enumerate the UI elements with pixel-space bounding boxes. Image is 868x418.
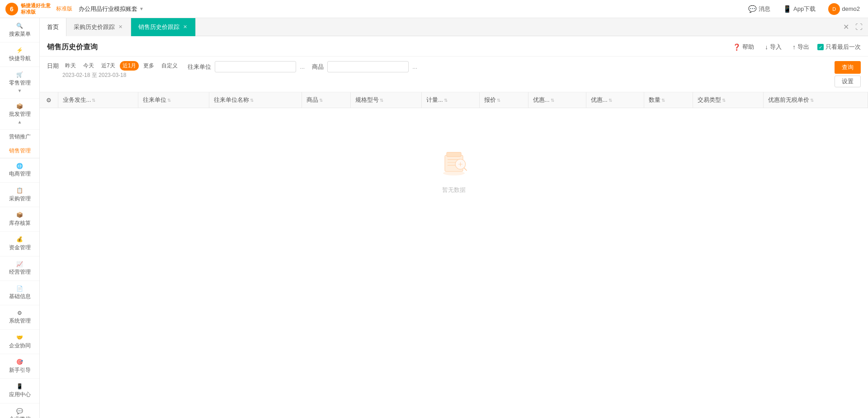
tab-sales-history[interactable]: 销售历史价跟踪 ✕ — [131, 18, 196, 36]
sidebar-item-guide[interactable]: 🎯 新手引导 — [0, 354, 39, 379]
sort-icon: ⇅ — [444, 98, 448, 103]
sales-history-tab-close-icon[interactable]: ✕ — [182, 24, 188, 30]
sort-icon: ⇅ — [609, 98, 612, 103]
col-quantity[interactable]: 数量⇅ — [644, 92, 693, 108]
import-button[interactable]: ↓ 导入 — [762, 42, 784, 52]
col-settings[interactable]: ⚙ — [40, 92, 58, 108]
sidebar-item-cooperation[interactable]: 🤝 企业协同 — [0, 330, 39, 354]
sidebar-item-ecommerce[interactable]: 🌐 电商管理 — [0, 158, 39, 183]
tab-home[interactable]: 首页 — [40, 18, 66, 36]
main-layout: 🔍 搜索菜单 ⚡ 快捷导航 🛒 零售管理 ▼ 📦 批发管理 ▲ 营销推广 销售 — [0, 18, 868, 418]
purchase-history-tab-close-icon[interactable]: ✕ — [118, 24, 123, 30]
sort-icon: ⇅ — [167, 98, 171, 103]
date-opt-7days[interactable]: 近7天 — [99, 61, 118, 71]
message-button[interactable]: 💬 消息 — [745, 3, 773, 15]
sidebar-item-marketing[interactable]: 营销推广 — [0, 130, 39, 144]
avatar: D — [828, 3, 840, 15]
col-biz-date[interactable]: 业务发生...⇅ — [58, 92, 138, 108]
close-all-tabs-button[interactable]: ✕ — [841, 21, 851, 33]
header-right: 💬 消息 📱 App下载 D demo2 — [745, 1, 863, 17]
logo-icon: 6 — [5, 3, 18, 15]
user-menu-button[interactable]: D demo2 — [826, 1, 863, 17]
col-pretax-price[interactable]: 优惠前无税单价⇅ — [764, 92, 868, 108]
export-button[interactable]: ↑ 导出 — [790, 42, 812, 52]
partner-filter-input[interactable] — [215, 61, 296, 72]
workspace-selector[interactable]: 办公用品行业模拟账套 ▼ — [76, 4, 146, 14]
date-options: 昨天 今天 近7天 近1月 更多 自定义 — [62, 61, 180, 71]
date-filter-content: 昨天 今天 近7天 近1月 更多 自定义 2023-02-18 至 2023-0… — [62, 61, 180, 79]
sidebar-item-retail[interactable]: 🛒 零售管理 ▼ — [0, 67, 39, 98]
sidebar-item-operations[interactable]: 📈 经营管理 — [0, 256, 39, 281]
retail-icon: 🛒 — [16, 71, 23, 79]
sidebar-item-enterprise-wechat[interactable]: 💬 企业微信 — [0, 404, 39, 418]
guide-icon: 🎯 — [16, 359, 23, 366]
sidebar-item-finance[interactable]: 💰 资金管理 — [0, 232, 39, 256]
sidebar-item-wholesale[interactable]: 📦 批发管理 ▲ — [0, 99, 39, 130]
last-only-checkbox[interactable]: ✓ 只看最后一次 — [817, 43, 861, 51]
col-unit[interactable]: 计量...⇅ — [421, 92, 479, 108]
date-opt-today[interactable]: 今天 — [80, 61, 97, 71]
sidebar-item-app-center[interactable]: 📱 应用中心 — [0, 379, 39, 403]
sidebar-item-label: 资金管理 — [9, 244, 31, 252]
date-opt-yesterday[interactable]: 昨天 — [62, 61, 79, 71]
operations-icon: 📈 — [16, 261, 23, 268]
tab-bar-right: ✕ ⛶ — [841, 21, 868, 33]
filter-actions: 查询 设置 — [835, 61, 861, 87]
purchase-icon: 📋 — [16, 187, 23, 195]
sidebar-item-label: 库存核算 — [9, 220, 31, 227]
col-discount1[interactable]: 优惠...⇅ — [528, 92, 586, 108]
sidebar-item-sales-management[interactable]: 销售管理 — [0, 144, 39, 158]
col-spec[interactable]: 规格型号⇅ — [351, 92, 422, 108]
date-opt-1month[interactable]: 近1月 — [120, 61, 139, 71]
help-icon: ❓ — [733, 43, 741, 51]
col-quote[interactable]: 报价⇅ — [480, 92, 528, 108]
cooperation-icon: 🤝 — [16, 334, 23, 342]
col-discount2[interactable]: 优惠...⇅ — [586, 92, 644, 108]
table-container: ⚙ 业务发生...⇅ 往来单位⇅ 往来单位名称⇅ — [40, 92, 868, 230]
svg-point-0 — [443, 171, 465, 176]
query-button[interactable]: 查询 — [835, 61, 861, 74]
maximize-button[interactable]: ⛶ — [854, 21, 864, 33]
goods-filter-label: 商品 — [312, 63, 324, 71]
settings-button[interactable]: 设置 — [835, 76, 861, 87]
header-left: 6 畅捷通好生意 标准版 标准版 办公用品行业模拟账套 ▼ — [5, 3, 146, 15]
col-trade-type[interactable]: 交易类型⇅ — [693, 92, 764, 108]
sidebar-item-quick-nav[interactable]: ⚡ 快捷导航 — [0, 43, 39, 67]
empty-state: 暂无数据 — [40, 108, 868, 230]
marketing-label: 营销推广 — [9, 133, 31, 141]
sidebar-item-search[interactable]: 🔍 搜索菜单 — [0, 18, 39, 43]
tab-purchase-history[interactable]: 采购历史价跟踪 ✕ — [66, 18, 131, 36]
date-opt-more[interactable]: 更多 — [141, 61, 157, 71]
app-download-button[interactable]: 📱 App下载 — [780, 3, 818, 15]
date-filter-group: 日期 昨天 今天 近7天 近1月 更多 自定义 2023-02-18 至 202… — [47, 61, 180, 79]
app-center-icon: 📱 — [16, 383, 23, 390]
svg-rect-2 — [447, 152, 461, 157]
logo-area: 6 畅捷通好生意 标准版 — [5, 3, 51, 15]
quick-nav-icon: ⚡ — [16, 47, 23, 54]
sort-icon: ⇅ — [810, 98, 814, 103]
app-download-icon: 📱 — [783, 5, 792, 13]
col-partner-name[interactable]: 往来单位名称⇅ — [209, 92, 302, 108]
goods-filter-group: 商品 ... — [312, 61, 417, 72]
sort-icon: ⇅ — [497, 98, 500, 103]
col-goods[interactable]: 商品⇅ — [302, 92, 351, 108]
sidebar-item-label: 采购管理 — [9, 195, 31, 203]
workspace-label: 办公用品行业模拟账套 — [79, 5, 137, 13]
wholesale-submenu: 营销推广 销售管理 — [0, 130, 39, 158]
settings-icon: ⚙ — [46, 97, 52, 104]
sort-icon: ⇅ — [380, 98, 383, 103]
date-opt-custom[interactable]: 自定义 — [159, 61, 180, 71]
sidebar-item-inventory[interactable]: 📦 库存核算 — [0, 207, 39, 232]
sidebar-item-label: 应用中心 — [9, 391, 31, 399]
sales-management-label: 销售管理 — [9, 147, 31, 155]
partner-filter-ellipsis[interactable]: ... — [300, 63, 305, 70]
help-button[interactable]: ❓ 帮助 — [730, 42, 757, 52]
sidebar-item-purchase[interactable]: 📋 采购管理 — [0, 183, 39, 207]
goods-filter-input[interactable] — [327, 61, 409, 72]
goods-filter-ellipsis[interactable]: ... — [412, 63, 417, 70]
checkbox-teal-icon: ✓ — [817, 44, 824, 50]
content-area: 首页 采购历史价跟踪 ✕ 销售历史价跟踪 ✕ ✕ ⛶ 销售历史价查询 — [40, 18, 868, 418]
sidebar-item-basic-info[interactable]: 📄 基础信息 — [0, 281, 39, 305]
sidebar-item-system[interactable]: ⚙ 系统管理 — [0, 305, 39, 330]
col-partner[interactable]: 往来单位⇅ — [138, 92, 209, 108]
